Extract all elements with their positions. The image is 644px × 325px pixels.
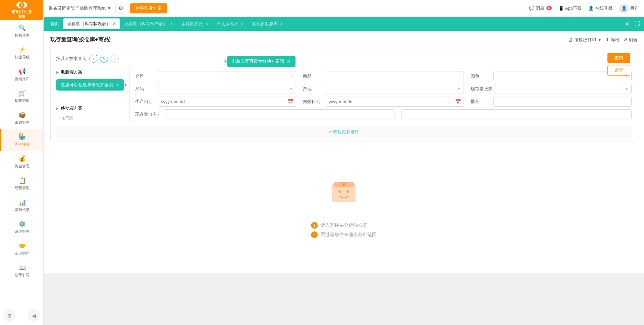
sidebar-item-sales[interactable]: 🛒 销售管理 bbox=[0, 86, 43, 107]
export-btn[interactable]: ⬆ 导出 bbox=[606, 37, 620, 43]
stock-qty-to[interactable] bbox=[401, 109, 632, 119]
online-service-action[interactable]: 👤 在线客服 bbox=[588, 5, 612, 11]
refresh-btn[interactable]: ↺ 刷新 bbox=[624, 37, 637, 43]
sidebar-item-purchase[interactable]: 📦 采购管理 bbox=[0, 107, 43, 129]
filter-label: 按以下方案查询 bbox=[56, 56, 87, 62]
industry-btn[interactable]: 体验行业方案 bbox=[130, 3, 167, 13]
sidebar-item-marketing[interactable]: 📢 营销推广 bbox=[0, 64, 43, 86]
warehouse-input[interactable]: ··· bbox=[158, 71, 296, 81]
tab-inventory-status-close[interactable]: ✕ bbox=[113, 21, 116, 26]
page-title-bar: 现存量查询(按仓库+商品) 🖨 按模板打印 ▼ ⬆ 导出 ↺ 刷新 bbox=[50, 36, 637, 43]
step1-num: 1 bbox=[311, 222, 318, 229]
user-label: 用户 bbox=[630, 5, 639, 11]
empty-steps: 1 请先选择要分析的方案 2 用过滤条件来缩小分析范围 bbox=[311, 222, 377, 241]
print-btn[interactable]: 🖨 按模板打印 ▼ bbox=[569, 37, 602, 43]
tree-item-mobile[interactable]: ▶ 移动端方案 bbox=[56, 104, 124, 113]
tab-inventory-dist-label: 现存量（库存分布表） bbox=[124, 21, 168, 27]
prod-date-calendar-icon[interactable]: 📅 bbox=[287, 99, 293, 104]
sidebar-item-search[interactable]: 🔍 搜索菜单 bbox=[0, 20, 43, 42]
goods-dots[interactable]: ··· bbox=[457, 74, 461, 79]
tab-home[interactable]: 首页 bbox=[46, 18, 63, 29]
tooltip1-close[interactable]: ✕ bbox=[287, 59, 291, 64]
tab-in-out-flow-close[interactable]: ✕ bbox=[240, 21, 244, 26]
filter-row-2: 尺码 ▼ 产地 bbox=[135, 84, 632, 94]
tab-expand-icon[interactable]: ⛶ bbox=[633, 19, 641, 28]
filter-row-4: 现存量（主） — bbox=[135, 109, 632, 119]
sidebar-item-enterprise[interactable]: 🤝 企业协同 bbox=[0, 238, 43, 260]
tab-close-all-icon[interactable]: ✕ bbox=[624, 19, 631, 29]
tree-item-sub1[interactable]: 按商品 bbox=[56, 114, 124, 122]
sidebar-item-system[interactable]: ⚙️ 系统管理 bbox=[0, 216, 43, 238]
user-action[interactable]: 👤 用户 bbox=[619, 4, 639, 13]
warehouse-dots[interactable]: ··· bbox=[289, 74, 293, 79]
filter-back-btn[interactable]: « bbox=[111, 55, 119, 63]
online-service-label: 在线客服 bbox=[595, 5, 612, 11]
filter-main-col: 仓库 ··· 商品 bbox=[135, 68, 632, 119]
tab-batch-account[interactable]: 库存批次账 ✕ bbox=[177, 18, 212, 29]
sidebar-item-base-info[interactable]: 📊 基础信息 bbox=[0, 195, 43, 216]
stock-qty-from[interactable] bbox=[164, 109, 394, 119]
sidebar-item-quick-nav[interactable]: ⚡ 快捷导航 bbox=[0, 42, 43, 64]
tree-item-desktop[interactable]: ▶ 电脑端方案 bbox=[56, 68, 124, 76]
sidebar-item-operation[interactable]: 📋 经营管理 bbox=[0, 173, 43, 195]
tab-collect-summary[interactable]: 收发存汇总表 ✕ bbox=[248, 18, 287, 29]
sidebar-item-finance[interactable]: 💰 资金管理 bbox=[0, 151, 43, 173]
sidebar-item-guide[interactable]: 📖 新手引导 bbox=[0, 260, 43, 282]
top-header-left: 装备及固定资产辅助管理系统 ▼ ⚙ 体验行业方案 bbox=[49, 3, 167, 14]
tab-batch-account-close[interactable]: ✕ bbox=[205, 21, 208, 26]
tab-collect-summary-close[interactable]: ✕ bbox=[280, 21, 283, 26]
guide-icon: 📖 bbox=[18, 264, 26, 271]
sidebar-label-guide: 新手引导 bbox=[15, 273, 30, 278]
finance-icon: 💰 bbox=[18, 155, 26, 162]
size-input[interactable]: ▼ bbox=[158, 84, 296, 94]
tab-in-out-flow-label: 出入库流水 bbox=[216, 21, 238, 27]
system-name-dropdown[interactable]: 装备及固定资产辅助管理系统 ▼ bbox=[49, 5, 111, 11]
sidebar-item-inventory[interactable]: 🏪 库存核算 bbox=[0, 129, 43, 151]
service-icon: 👤 bbox=[588, 6, 594, 11]
collapse-bar[interactable]: ∧ 收起更多条件 bbox=[56, 126, 632, 138]
sidebar-collapse-btn[interactable]: ◀ bbox=[28, 310, 40, 322]
quick-nav-icon: ⚡ bbox=[18, 46, 26, 53]
purchase-icon: 📦 bbox=[18, 111, 26, 119]
filter-add-btn[interactable]: + bbox=[89, 55, 97, 63]
color-label: 颜色 bbox=[471, 73, 491, 79]
gear-button[interactable]: ⚙ bbox=[115, 3, 126, 14]
filter-field-goods: 商品 ··· bbox=[303, 71, 464, 81]
page-inner: 现存量查询(按仓库+商品) 🖨 按模板打印 ▼ ⬆ 导出 ↺ 刷新 bbox=[44, 31, 644, 273]
system-icon: ⚙️ bbox=[18, 220, 26, 228]
origin-input[interactable]: ▼ bbox=[326, 84, 464, 94]
query-button[interactable]: 查询 bbox=[607, 53, 630, 63]
exp-date-input[interactable]: 📅 bbox=[326, 97, 464, 107]
app-download-action[interactable]: 📱 App下载 bbox=[558, 5, 582, 11]
sidebar-label-base-info: 基础信息 bbox=[15, 207, 30, 212]
exp-date-field[interactable] bbox=[329, 99, 454, 104]
prod-date-input[interactable]: 📅 bbox=[158, 97, 296, 107]
tab-inventory-dist[interactable]: 现存量（库存分布表） ✕ bbox=[120, 18, 177, 29]
sidebar-label-search: 搜索菜单 bbox=[15, 33, 30, 38]
message-action[interactable]: 💬 消息 6 bbox=[529, 5, 552, 11]
filter-tree-col: ▶ 电脑端方案 这里可以创建和修改方案哦 ✕ bbox=[56, 68, 124, 122]
message-badge: 6 bbox=[546, 6, 552, 10]
batch-no-field[interactable] bbox=[493, 97, 632, 107]
setting-button[interactable]: 设置 bbox=[607, 65, 630, 76]
filter-edit-btn[interactable]: ✎ bbox=[100, 55, 108, 63]
goods-input[interactable]: ··· bbox=[326, 71, 464, 81]
tab-in-out-flow[interactable]: 出入库流水 ✕ bbox=[212, 18, 248, 29]
inventory-icon: 🏪 bbox=[18, 133, 26, 141]
batch-no-label: 批号 bbox=[471, 99, 491, 105]
app-download-label: App下载 bbox=[565, 5, 582, 11]
tab-inventory-status[interactable]: 现存量（库存状况表） ✕ bbox=[63, 18, 120, 29]
prod-date-field[interactable] bbox=[161, 99, 286, 104]
main-content: 装备及固定资产辅助管理系统 ▼ ⚙ 体验行业方案 💬 消息 6 📱 App下载 … bbox=[44, 0, 644, 325]
exp-date-calendar-icon[interactable]: 📅 bbox=[455, 99, 461, 104]
search-icon: 🔍 bbox=[18, 24, 26, 32]
tab-inventory-dist-close[interactable]: ✕ bbox=[170, 21, 173, 26]
logo-subtext: 标版 bbox=[18, 14, 25, 18]
sidebar-settings-btn[interactable]: ⚙ bbox=[3, 310, 15, 322]
sidebar-label-inventory: 库存核算 bbox=[15, 142, 30, 147]
stock-status-input[interactable]: ▼ bbox=[495, 84, 632, 94]
sidebar-bottom: ⚙ ◀ bbox=[0, 306, 43, 325]
logo-icon: 6 bbox=[16, 2, 27, 8]
tooltip2-close[interactable]: ✕ bbox=[116, 83, 119, 88]
export-label: 导出 bbox=[611, 37, 620, 43]
